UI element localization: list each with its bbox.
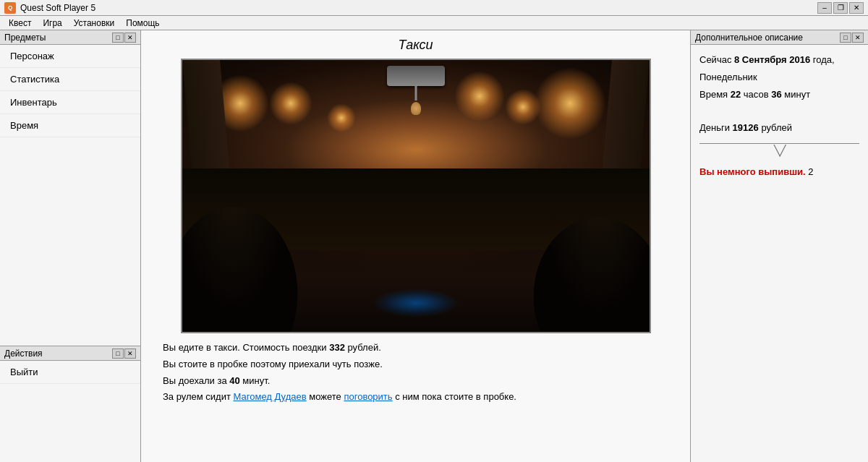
light-glow-4 (505, 89, 541, 125)
scene-line-1: Вы едите в такси. Стоимость поездки 332 … (163, 341, 668, 356)
nav-inventar[interactable]: Инвентарь (0, 91, 140, 114)
right-panel: Дополнительное описание □ ✕ Сейчас 8 Сен… (691, 30, 868, 462)
money-prefix: Деньги (699, 122, 733, 133)
main-content: Предметы □ ✕ Персонаж Статистика Инвента… (0, 30, 868, 462)
deystviya-header-btns: □ ✕ (112, 348, 136, 359)
time-hours-suffix: часов (741, 89, 771, 100)
predmety-restore-btn[interactable]: □ (112, 33, 124, 43)
date-line: Сейчас 8 Сентября 2016 года, (699, 52, 859, 68)
right-panel-header: Дополнительное описание □ ✕ (691, 30, 868, 45)
taxi-scene-graphic (182, 60, 650, 332)
right-panel-content: Сейчас 8 Сентября 2016 года, Понедельник… (691, 45, 868, 462)
nav-vyyti[interactable]: Выйти (0, 361, 140, 384)
title-bar-left: Q Quest Soft Player 5 (4, 2, 95, 14)
time-line: Время 22 часов 36 минут (699, 87, 859, 103)
light-glow-2 (269, 82, 312, 125)
title-text: Quest Soft Player 5 (20, 3, 95, 13)
scene-cost: 332 (329, 342, 345, 353)
scene-image-container (141, 59, 690, 333)
close-button[interactable]: ✕ (849, 2, 864, 14)
weekday-line: Понедельник (699, 69, 859, 85)
right-panel-close-btn[interactable]: ✕ (852, 33, 864, 43)
nav-personazh[interactable]: Персонаж (0, 45, 140, 68)
predmety-title: Предметы (4, 33, 46, 43)
title-controls: – ❐ ✕ (817, 2, 864, 14)
predmety-header: Предметы □ ✕ (0, 30, 140, 45)
right-panel-title: Дополнительное описание (695, 33, 803, 43)
right-panel-restore-btn[interactable]: □ (840, 33, 851, 43)
deystviya-panel: Действия □ ✕ Выйти (0, 346, 141, 462)
deystviya-title: Действия (4, 348, 43, 359)
date-year-suffix: года, (810, 54, 834, 65)
scene-text: Вы едите в такси. Стоимость поездки 332 … (141, 333, 690, 412)
light-glow-5 (327, 103, 356, 132)
date-day: 8 (734, 54, 739, 65)
time-minutes: 36 (771, 89, 781, 100)
time-prefix: Время (699, 89, 731, 100)
light-glow-3 (534, 67, 606, 140)
predmety-close-btn[interactable]: ✕ (124, 33, 136, 43)
time-hours: 22 (731, 89, 741, 100)
deystviya-header: Действия □ ✕ (0, 346, 140, 361)
money-line: Деньги 19126 рублей (699, 120, 859, 136)
predmety-panel: Предметы □ ✕ Персонаж Статистика Инвента… (0, 30, 141, 346)
scene-line-3-suffix: минут. (240, 375, 271, 386)
light-glow-6 (454, 71, 505, 121)
menu-bar: Квест Игра Установки Помощь (0, 16, 868, 30)
deystviya-close-btn[interactable]: ✕ (124, 348, 136, 359)
rearview-mirror (387, 66, 445, 86)
mirror-charm (411, 102, 421, 115)
scene-line-4-suffix: с ним пока стоите в пробке. (393, 391, 516, 402)
menu-item-settings[interactable]: Установки (68, 17, 120, 30)
status-badge: Вы немного выпивши. (699, 166, 806, 177)
scene-line-1-prefix: Вы едите в такси. Стоимость поездки (163, 342, 329, 353)
minimize-button[interactable]: – (817, 2, 832, 14)
scene-line-1-suffix: рублей. (345, 342, 381, 353)
nav-vremya[interactable]: Время (0, 114, 140, 137)
menu-item-game[interactable]: Игра (37, 17, 67, 30)
center-panel: Такси (141, 30, 691, 462)
divider-shape: ╲╱ (699, 142, 859, 160)
restore-button[interactable]: ❐ (833, 2, 848, 14)
time-minutes-suffix: минут (782, 89, 810, 100)
scene-line-3-prefix: Вы доехали за (163, 375, 229, 386)
menu-item-quest[interactable]: Квест (3, 17, 37, 30)
nav-statistika[interactable]: Статистика (0, 68, 140, 91)
scene-line-2: Вы стоите в пробке поэтому приехали чуть… (163, 357, 668, 372)
scene-line-4-prefix: За рулем сидит (163, 391, 234, 402)
date-year: 2016 (789, 54, 810, 65)
left-panel: Предметы □ ✕ Персонаж Статистика Инвента… (0, 30, 141, 462)
scene-line-4: За рулем сидит Магомед Дудаев можете пог… (163, 390, 668, 405)
money-amount: 19126 (733, 122, 759, 133)
driver-name-link[interactable]: Магомед Дудаев (234, 391, 307, 402)
app-icon: Q (4, 2, 16, 14)
scene-line-3: Вы доехали за 40 минут. (163, 374, 668, 389)
deystviya-restore-btn[interactable]: □ (112, 348, 124, 359)
date-month: Сентября (742, 54, 787, 65)
scene-time: 40 (229, 375, 239, 386)
predmety-header-btns: □ ✕ (112, 33, 136, 43)
scene-title: Такси (141, 30, 690, 59)
scene-image (181, 59, 651, 333)
mirror-hang (414, 86, 417, 100)
menu-item-help[interactable]: Помощь (120, 17, 165, 30)
status-line: Вы немного выпивши. 2 (699, 164, 859, 180)
money-suffix: рублей (759, 122, 792, 133)
right-panel-header-btns: □ ✕ (840, 33, 864, 43)
scene-line-4-middle: можете (307, 391, 344, 402)
talk-link[interactable]: поговорить (344, 391, 392, 402)
title-bar: Q Quest Soft Player 5 – ❐ ✕ (0, 0, 868, 16)
status-number: 2 (808, 166, 813, 177)
dashboard-glow (373, 288, 459, 317)
date-prefix: Сейчас (699, 54, 734, 65)
